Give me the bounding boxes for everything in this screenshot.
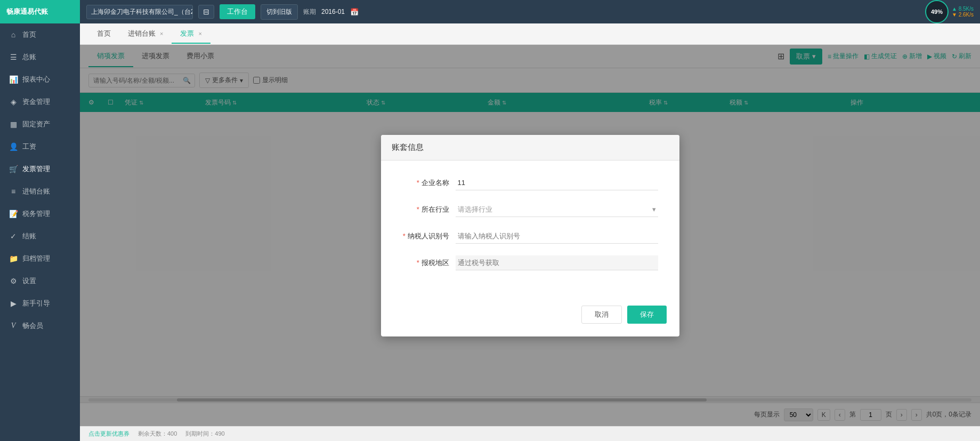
- modal-body: * 企业名称 * 所在行业 请选择行业: [381, 161, 679, 297]
- industry-row: * 所在行业 请选择行业 ▾: [402, 202, 658, 217]
- modal-title: 账套信息: [392, 142, 424, 151]
- sidebar-item-assets[interactable]: ▦ 固定资产: [0, 113, 80, 135]
- tab-home[interactable]: 首页: [88, 25, 119, 44]
- sidebar-item-label: 新手引导: [22, 299, 50, 308]
- company-name-input[interactable]: [456, 175, 658, 190]
- status-info2: 到期时间：490: [185, 430, 224, 438]
- modal-overlay[interactable]: 账套信息 * 企业名称 * 所在行业: [80, 45, 980, 426]
- checkout-icon: ✓: [9, 232, 18, 240]
- tax-icon: 📝: [9, 210, 18, 218]
- app-logo: 畅康通易代账: [0, 0, 80, 23]
- company-selector[interactable]: 上海卯金刀电子科技有限公司_（台201... ▾: [86, 5, 193, 19]
- tab-purchase-close[interactable]: ×: [160, 30, 163, 37]
- status-bar: 点击更新优惠券 剩余天数：400 到期时间：490: [80, 426, 980, 441]
- sidebar-item-label: 资金管理: [22, 97, 50, 107]
- industry-select[interactable]: 请选择行业: [456, 202, 658, 217]
- sidebar-item-label: 工资: [22, 142, 36, 151]
- speed-up: ▲ 8.5K/s: [952, 6, 974, 12]
- sidebar-item-label: 畅会员: [22, 321, 43, 331]
- tab-bar: 首页 进销台账 × 发票 ×: [80, 23, 980, 45]
- region-input: [456, 255, 658, 270]
- sidebar-item-archive[interactable]: 📁 归档管理: [0, 247, 80, 270]
- invoice-icon: 🛒: [9, 165, 18, 173]
- sidebar-item-label: 结账: [22, 231, 36, 241]
- tax-id-row: * 纳税人识别号: [402, 229, 658, 244]
- modal-footer: 取消 保存: [381, 297, 679, 336]
- region-label: * 报税地区: [402, 258, 456, 268]
- funds-icon: ◈: [9, 98, 18, 106]
- tab-purchase[interactable]: 进销台账 ×: [119, 25, 172, 44]
- home-icon: ⌂: [9, 30, 18, 39]
- sidebar-item-settings[interactable]: ⚙ 设置: [0, 270, 80, 292]
- industry-label: * 所在行业: [402, 205, 456, 214]
- speed-stats: ▲ 8.5K/s ▼ 2.6K/s: [952, 6, 974, 18]
- sidebar-item-label: 固定资产: [22, 119, 50, 129]
- switch-old-button[interactable]: 切到旧版: [261, 4, 298, 20]
- sidebar-item-guide[interactable]: ▶ 新手引导: [0, 292, 80, 315]
- sidebar-item-purchase[interactable]: ≡ 进销台账: [0, 180, 80, 203]
- period-label: 账期: [303, 7, 316, 17]
- archive-icon: 📁: [9, 254, 18, 263]
- sidebar-item-label: 报表中心: [22, 75, 50, 84]
- reports-icon: 📊: [9, 75, 18, 84]
- main-area: 上海卯金刀电子科技有限公司_（台201... ▾ ⊟ 工作台 切到旧版 账期 2…: [80, 0, 980, 441]
- tab-invoice[interactable]: 发票 ×: [172, 25, 210, 44]
- status-link[interactable]: 点击更新优惠券: [88, 430, 129, 438]
- sidebar: 畅康通易代账 ⌂ 首页 ☰ 总账 📊 报表中心 ◈ 资金管理 ▦ 固定资产 👤 …: [0, 0, 80, 441]
- tax-id-input[interactable]: [456, 229, 658, 244]
- content-area: 销项发票 进项发票 费用小票 ⊞ 取票 ▾ ≡ 批量操作 ◧: [80, 45, 980, 426]
- purchase-icon: ≡: [9, 187, 18, 196]
- speed-indicator: 49%: [925, 0, 949, 23]
- payroll-icon: 👤: [9, 142, 18, 151]
- industry-select-wrapper: 请选择行业 ▾: [456, 202, 658, 217]
- sidebar-item-label: 发票管理: [22, 164, 50, 174]
- sidebar-item-label: 设置: [22, 276, 36, 286]
- settings-icon: ⚙: [9, 277, 18, 285]
- sidebar-item-checkout[interactable]: ✓ 结账: [0, 225, 80, 247]
- sidebar-item-payroll[interactable]: 👤 工资: [0, 135, 80, 158]
- assets-icon: ▦: [9, 120, 18, 129]
- sidebar-item-label: 总账: [22, 52, 36, 62]
- company-name-label: * 企业名称: [402, 178, 456, 188]
- save-button[interactable]: 保存: [627, 306, 667, 324]
- top-bar-right: 49% ▲ 8.5K/s ▼ 2.6K/s: [925, 0, 974, 23]
- modal-header: 账套信息: [381, 135, 679, 161]
- sidebar-item-ledger[interactable]: ☰ 总账: [0, 46, 80, 68]
- status-info: 剩余天数：400: [138, 430, 177, 438]
- guide-icon: ▶: [9, 299, 18, 308]
- sidebar-item-invoice[interactable]: 🛒 发票管理: [0, 158, 80, 180]
- tab-invoice-close[interactable]: ×: [198, 30, 201, 37]
- top-bar: 上海卯金刀电子科技有限公司_（台201... ▾ ⊟ 工作台 切到旧版 账期 2…: [80, 0, 980, 23]
- modal-dialog: 账套信息 * 企业名称 * 所在行业: [381, 135, 679, 336]
- member-icon: V: [9, 322, 18, 330]
- speed-down: ▼ 2.6K/s: [952, 12, 974, 18]
- sidebar-item-label: 税务管理: [22, 209, 50, 219]
- tax-id-label: * 纳税人识别号: [402, 231, 456, 241]
- workbench-button[interactable]: 工作台: [220, 4, 255, 19]
- period-value: 2016-01: [321, 8, 345, 15]
- company-name: 上海卯金刀电子科技有限公司_（台201...: [91, 7, 193, 17]
- sidebar-item-funds[interactable]: ◈ 资金管理: [0, 91, 80, 113]
- sidebar-item-label: 归档管理: [22, 254, 50, 263]
- sidebar-item-tax[interactable]: 📝 税务管理: [0, 203, 80, 225]
- sidebar-item-reports[interactable]: 📊 报表中心: [0, 68, 80, 91]
- company-name-row: * 企业名称: [402, 175, 658, 190]
- sidebar-item-home[interactable]: ⌂ 首页: [0, 23, 80, 46]
- calendar-icon[interactable]: 📅: [350, 8, 359, 16]
- sidebar-item-member[interactable]: V 畅会员: [0, 315, 80, 337]
- ledger-icon: ☰: [9, 53, 18, 61]
- region-row: * 报税地区: [402, 255, 658, 270]
- sidebar-item-label: 首页: [22, 30, 36, 39]
- sidebar-item-label: 进销台账: [22, 187, 50, 196]
- cancel-button[interactable]: 取消: [581, 306, 622, 324]
- print-icon-btn[interactable]: ⊟: [198, 5, 214, 19]
